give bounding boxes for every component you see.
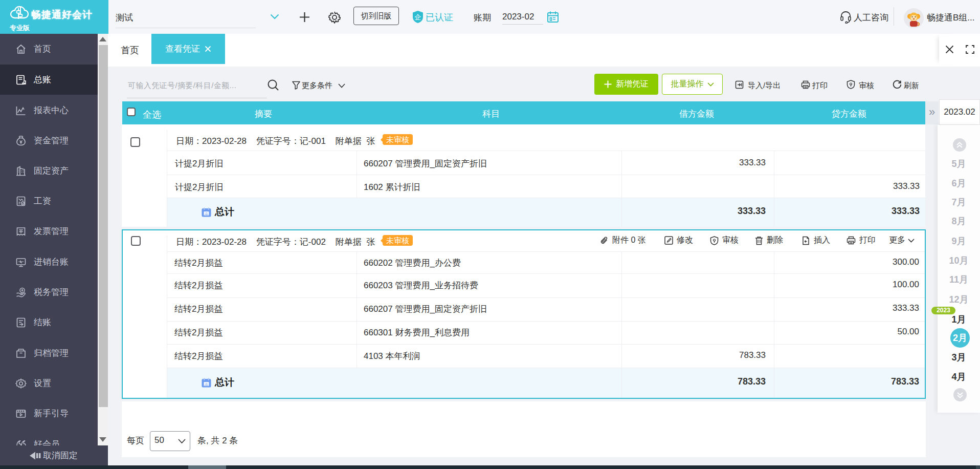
svg-text:总: 总: [205, 212, 208, 215]
svg-text:总: 总: [205, 382, 208, 386]
svg-text:企: 企: [415, 13, 421, 21]
